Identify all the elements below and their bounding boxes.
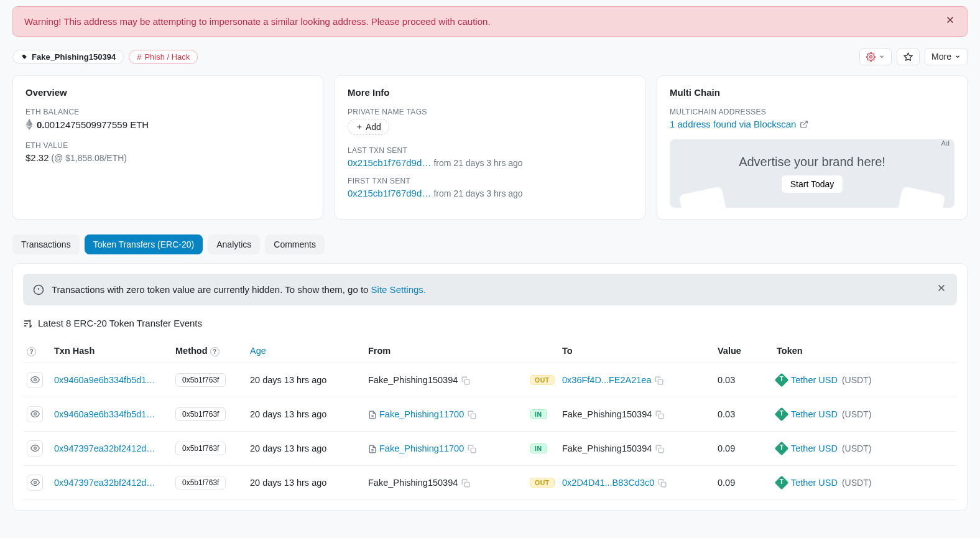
tab-token-transfers[interactable]: Token Transfers (ERC-20) xyxy=(85,234,203,254)
copy-icon[interactable] xyxy=(655,410,664,419)
svg-rect-6 xyxy=(465,379,470,384)
token-link[interactable]: Tether USD xyxy=(791,443,838,453)
copy-icon[interactable] xyxy=(655,445,664,453)
to-text: Fake_Phishing150394 xyxy=(562,443,652,453)
value-cell: 0.03 xyxy=(714,363,773,397)
txn-hash-link[interactable]: 0x9460a9e6b334fb5d1… xyxy=(54,409,155,419)
th-method: Method ? xyxy=(172,340,246,363)
phish-tag[interactable]: # Phish / Hack xyxy=(129,50,198,64)
copy-icon[interactable] xyxy=(468,410,476,419)
direction-tag: OUT xyxy=(530,478,555,488)
help-icon[interactable]: ? xyxy=(210,347,220,356)
token-symbol: (USDT) xyxy=(842,409,871,419)
multichain-link[interactable]: 1 address found via Blockscan xyxy=(670,119,808,129)
tag-row: Fake_Phishing150394 # Phish / Hack More xyxy=(12,48,968,65)
tabs-nav: Transactions Token Transfers (ERC-20) An… xyxy=(12,234,968,254)
multichain-title: Multi Chain xyxy=(670,87,955,98)
method-pill[interactable]: 0x5b1f763f xyxy=(175,442,226,455)
notice-banner: Transactions with zero token value are c… xyxy=(23,274,957,305)
svg-rect-20 xyxy=(662,482,667,487)
ad-decoration xyxy=(895,186,946,208)
svg-rect-12 xyxy=(659,414,664,419)
ad-button[interactable]: Start Today xyxy=(782,175,843,193)
chevron-down-icon xyxy=(879,53,885,60)
copy-icon[interactable] xyxy=(461,479,470,488)
notice-close-button[interactable] xyxy=(936,282,947,297)
sort-icon[interactable] xyxy=(23,318,33,328)
from-link[interactable]: Fake_Phishing11700 xyxy=(379,409,464,419)
token-link[interactable]: Tether USD xyxy=(791,478,838,488)
site-settings-link[interactable]: Site Settings. xyxy=(371,284,426,295)
age-cell: 20 days 13 hrs ago xyxy=(246,397,364,431)
table-row: 0x9460a9e6b334fb5d1…0x5b1f763f20 days 13… xyxy=(23,397,957,431)
svg-rect-16 xyxy=(471,448,476,453)
warning-alert: Warning! This address may be attempting … xyxy=(12,6,968,37)
to-link[interactable]: 0x2D4D41...B83Cd3c0 xyxy=(562,478,654,488)
copy-icon[interactable] xyxy=(468,445,476,453)
txn-hash-link[interactable]: 0x947397ea32bf2412d… xyxy=(54,478,155,488)
external-link-icon xyxy=(800,120,808,129)
copy-icon[interactable] xyxy=(655,376,663,385)
list-header: Latest 8 ERC-20 Token Transfer Events xyxy=(23,318,957,328)
view-button[interactable] xyxy=(27,406,43,422)
view-button[interactable] xyxy=(27,475,43,491)
direction-tag: IN xyxy=(530,409,547,419)
direction-tag: OUT xyxy=(530,375,555,385)
ad-decoration xyxy=(679,186,729,208)
more-info-title: More Info xyxy=(348,87,632,98)
txn-hash-link[interactable]: 0x9460a9e6b334fb5d1… xyxy=(54,375,155,385)
notice-text: Transactions with zero token value are c… xyxy=(52,284,426,295)
token-icon xyxy=(775,407,789,421)
value-cell: 0.09 xyxy=(714,431,773,465)
method-pill[interactable]: 0x5b1f763f xyxy=(175,407,226,421)
to-link[interactable]: 0x36Ff4D...FE2A21ea xyxy=(562,375,651,385)
star-button[interactable] xyxy=(897,49,920,65)
more-info-card: More Info PRIVATE NAME TAGS Add LAST TXN… xyxy=(335,75,645,220)
tab-transactions[interactable]: Transactions xyxy=(12,234,80,254)
copy-icon[interactable] xyxy=(461,376,470,385)
last-txn-link[interactable]: 0x215cb1f767d9d… xyxy=(348,157,431,168)
txn-hash-link[interactable]: 0x947397ea32bf2412d… xyxy=(54,443,155,453)
view-button[interactable] xyxy=(27,372,43,388)
token-symbol: (USDT) xyxy=(842,375,871,385)
token-link[interactable]: Tether USD xyxy=(791,375,838,385)
table-row: 0x947397ea32bf2412d…0x5b1f763f20 days 13… xyxy=(23,431,957,465)
tag-icon xyxy=(21,53,29,61)
method-pill[interactable]: 0x5b1f763f xyxy=(175,373,226,387)
token-link[interactable]: Tether USD xyxy=(791,409,838,419)
help-icon[interactable]: ? xyxy=(27,347,36,356)
multichain-label: MULTICHAIN ADDRESSES xyxy=(670,108,955,116)
add-tag-button[interactable]: Add xyxy=(348,119,389,135)
th-age[interactable]: Age xyxy=(246,340,364,363)
th-value: Value xyxy=(714,340,773,363)
token-transfers-panel: Transactions with zero token value are c… xyxy=(12,263,968,511)
token-symbol: (USDT) xyxy=(842,478,871,488)
name-tag[interactable]: Fake_Phishing150394 xyxy=(12,50,124,64)
last-txn: 0x215cb1f767d9d… from 21 days 3 hrs ago xyxy=(348,157,632,168)
tab-comments[interactable]: Comments xyxy=(265,234,325,254)
token-icon xyxy=(775,373,789,387)
more-button[interactable]: More xyxy=(925,48,968,65)
ad-label: Ad xyxy=(941,139,950,147)
method-pill[interactable]: 0x5b1f763f xyxy=(175,476,226,489)
multichain-card: Multi Chain MULTICHAIN ADDRESSES 1 addre… xyxy=(657,75,968,220)
to-text: Fake_Phishing150394 xyxy=(562,409,652,419)
alert-text: Warning! This address may be attempting … xyxy=(24,16,491,27)
from-link[interactable]: Fake_Phishing11700 xyxy=(379,443,464,453)
direction-tag: IN xyxy=(530,443,547,453)
alert-close-button[interactable] xyxy=(945,14,956,29)
value-label: ETH VALUE xyxy=(25,141,310,150)
ad-box[interactable]: Ad Advertise your brand here! Start Toda… xyxy=(670,139,955,208)
age-cell: 20 days 13 hrs ago xyxy=(246,431,364,465)
view-button[interactable] xyxy=(27,440,43,457)
eth-value: $2.32 (@ $1,858.08/ETH) xyxy=(25,152,310,163)
copy-icon[interactable] xyxy=(658,479,667,488)
first-txn-link[interactable]: 0x215cb1f767d9d… xyxy=(348,188,431,198)
svg-point-0 xyxy=(870,55,872,58)
age-cell: 20 days 13 hrs ago xyxy=(246,465,364,499)
table-row: 0x947397ea32bf2412d…0x5b1f763f20 days 13… xyxy=(23,465,957,499)
tab-analytics[interactable]: Analytics xyxy=(208,234,260,254)
svg-point-18 xyxy=(34,481,36,484)
settings-button[interactable] xyxy=(859,49,892,65)
value-cell: 0.03 xyxy=(714,397,773,431)
